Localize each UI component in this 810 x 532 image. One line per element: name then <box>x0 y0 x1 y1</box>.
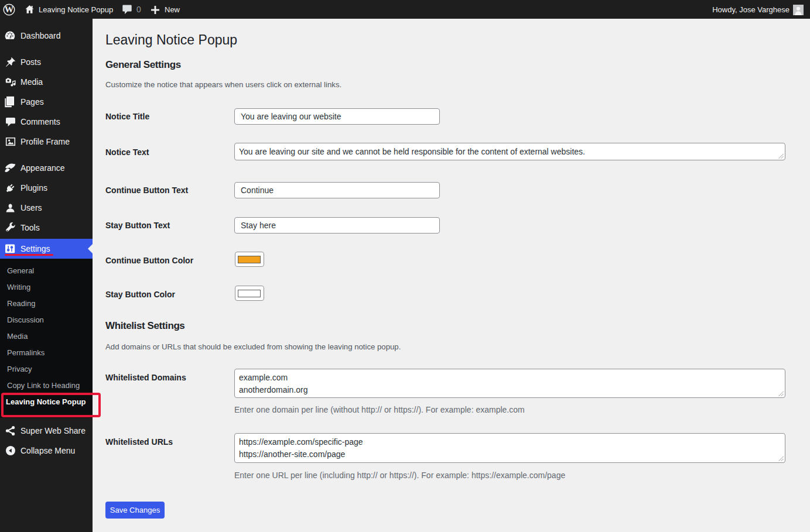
svg-text:W: W <box>5 4 14 14</box>
